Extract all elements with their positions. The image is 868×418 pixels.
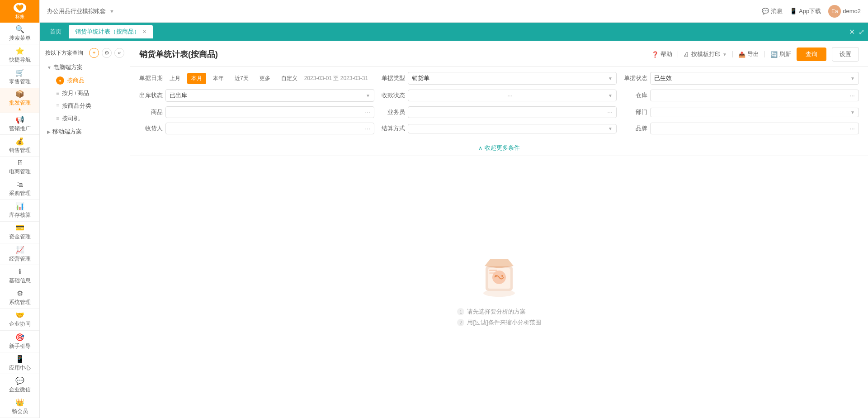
- export-button[interactable]: 📤 导出: [738, 50, 759, 58]
- sidebar-item-purchase[interactable]: 🛍 采购管理: [0, 178, 39, 200]
- query-button[interactable]: 查询: [797, 48, 826, 61]
- help-button[interactable]: ❓ 帮助: [651, 50, 672, 58]
- sidebar-item-search[interactable]: 🔍 搜索菜单: [0, 23, 39, 44]
- tab-maximize-icon[interactable]: ⤢: [859, 28, 864, 36]
- message-label: 消息: [771, 7, 783, 15]
- machine-icon: ≡: [56, 115, 59, 122]
- sidebar-item-member[interactable]: 👑 畅会员: [0, 396, 39, 418]
- sidebar-item-apps[interactable]: 📱 应用中心: [0, 352, 39, 374]
- collapse-icon: «: [118, 50, 121, 56]
- out-status-select[interactable]: 已出库 ▼: [165, 89, 374, 102]
- sidebar-item-inventory[interactable]: 📊 库存核算: [0, 200, 39, 222]
- product-dots: ···: [365, 109, 370, 116]
- tip-text-1: 请先选择要分析的方案: [467, 308, 526, 316]
- collapse-label: 收起更多条件: [485, 144, 520, 152]
- sidebar-item-label: 快捷导航: [9, 56, 31, 64]
- message-button[interactable]: 💬 消息: [762, 7, 783, 15]
- date-btn-custom[interactable]: 自定义: [277, 73, 302, 84]
- doc-type-select[interactable]: 销货单 ▼: [408, 72, 617, 85]
- wholesale-icon: 📦: [15, 90, 24, 98]
- date-btn-7days[interactable]: 近7天: [231, 73, 253, 84]
- collapse-panel-button[interactable]: «: [114, 48, 124, 58]
- product-select[interactable]: ···: [165, 106, 374, 118]
- settings-scheme-button[interactable]: ⚙: [102, 48, 112, 58]
- page-header: 销货单统计表(按商品) ❓ 帮助 🖨 按模板打印 ▼ 📤: [130, 41, 868, 66]
- filter-row-3: 商品 ··· 业务员 ··· 部门: [139, 106, 859, 118]
- date-btn-this-year[interactable]: 本年: [209, 73, 228, 84]
- tab-close-icon[interactable]: ✕: [142, 29, 146, 35]
- tree-child-by-month-product[interactable]: ≡ 按月+商品: [43, 87, 126, 100]
- tip-num-1: 1: [457, 308, 464, 315]
- date-btn-this-month[interactable]: 本月: [187, 73, 206, 84]
- sidebar-item-newbie[interactable]: 🎯 新手引导: [0, 331, 39, 352]
- basics-icon: ℹ: [19, 267, 21, 276]
- sidebar-item-marketing[interactable]: 📢 营销推广: [0, 113, 39, 135]
- doc-status-select[interactable]: 已生效 ▼: [650, 72, 859, 85]
- sidebar-item-quick-nav[interactable]: ⭐ 快捷导航: [0, 44, 39, 66]
- product-label: 商品: [139, 108, 163, 116]
- brand-dots: ···: [849, 125, 855, 132]
- filter-row-4: 收货人 ··· 结算方式 ▼ 品牌: [139, 123, 859, 134]
- sidebar-item-finance[interactable]: 💳 资金管理: [0, 222, 39, 243]
- payment-status-select[interactable]: ··· ▼: [408, 90, 617, 101]
- print-dropdown-icon[interactable]: ▼: [722, 52, 727, 57]
- tree-child-by-category[interactable]: ≡ 按商品分类: [43, 100, 126, 112]
- tree-child-label: 按商品分类: [62, 102, 91, 110]
- sidebar-item-wechat[interactable]: 💬 企业微信: [0, 374, 39, 396]
- collapse-bar[interactable]: ∧ 收起更多条件: [130, 140, 868, 156]
- user-profile-button[interactable]: Ea demo2: [828, 5, 861, 18]
- refresh-icon: 🔄: [770, 51, 778, 58]
- apps-icon: 📱: [15, 355, 24, 363]
- out-status-label: 出库状态: [139, 91, 163, 100]
- refresh-button[interactable]: 🔄 刷新: [770, 50, 791, 58]
- tree-section: ▼ 电脑端方案 ● 按商品 ≡ 按月+商品 ≡ 按商品分类 ≡ 按司机: [40, 61, 130, 138]
- tab-bar: 首页 销货单统计表（按商品） ✕ ✕ ⤢: [40, 23, 868, 41]
- page-actions: ❓ 帮助 🖨 按模板打印 ▼ 📤 导出: [651, 47, 859, 62]
- tab-bar-actions: ✕ ⤢: [849, 28, 864, 36]
- add-scheme-button[interactable]: +: [89, 48, 99, 58]
- avatar: Ea: [828, 5, 841, 18]
- date-btn-more[interactable]: 更多: [255, 73, 274, 84]
- department-label: 部门: [624, 108, 647, 116]
- brand-select[interactable]: ···: [650, 123, 859, 134]
- tab-report-label: 销货单统计表（按商品）: [75, 28, 140, 36]
- divider1: [678, 51, 678, 57]
- sidebar-item-label: 电商管理: [9, 168, 31, 176]
- sidebar-item-operations[interactable]: 📈 经营管理: [0, 243, 39, 265]
- system-icon: ⚙: [17, 289, 23, 298]
- settings-button[interactable]: 设置: [832, 47, 859, 62]
- sidebar-item-wholesale[interactable]: 📦 批发管理 ▲: [0, 88, 39, 113]
- doc-status-label: 单据状态: [624, 74, 647, 82]
- tab-report[interactable]: 销货单统计表（按商品） ✕: [69, 25, 153, 38]
- warehouse-select[interactable]: ···: [650, 90, 859, 101]
- sidebar-item-sales[interactable]: 💰 销售管理: [0, 135, 39, 157]
- sidebar-item-system[interactable]: ⚙ 系统管理: [0, 287, 39, 309]
- payment-method-select[interactable]: ▼: [408, 124, 617, 133]
- tree-child-by-machine[interactable]: ≡ 按司机: [43, 112, 126, 125]
- warehouse-dots: ···: [849, 92, 855, 99]
- workspace-dropdown-icon[interactable]: ▼: [109, 9, 114, 14]
- payment-status-dots: ···: [507, 92, 513, 99]
- salesperson-select[interactable]: ···: [408, 106, 617, 118]
- tree-mobile-parent[interactable]: ▶ 移动端方案: [43, 125, 126, 138]
- refresh-label: 刷新: [779, 50, 791, 58]
- department-select[interactable]: ▼: [650, 108, 859, 117]
- sidebar-item-basics[interactable]: ℹ 基础信息: [0, 265, 39, 287]
- tab-home[interactable]: 首页: [43, 25, 68, 38]
- content-area: 按以下方案查询 + ⚙ « ▼ 电脑端方案 ● 按商品: [40, 41, 868, 418]
- recipient-dots: ···: [365, 125, 370, 132]
- sidebar-item-ecommerce[interactable]: 🖥 电商管理: [0, 157, 39, 179]
- tree-child-by-product[interactable]: ● 按商品: [43, 74, 126, 87]
- doc-status-field: 单据状态 已生效 ▼: [624, 72, 859, 85]
- workspace-name: 办公用品行业模拟账套: [47, 7, 106, 15]
- app-download-button[interactable]: 📱 App下载: [790, 7, 821, 15]
- sidebar-item-retail[interactable]: 🛒 零售管理: [0, 66, 39, 88]
- sidebar-item-enterprise[interactable]: 🤝 企业协同: [0, 309, 39, 331]
- date-btn-last-month[interactable]: 上月: [165, 73, 184, 84]
- tab-close-window-icon[interactable]: ✕: [849, 28, 855, 36]
- tree-mobile-label: 移动端方案: [52, 128, 82, 136]
- print-button[interactable]: 🖨 按模板打印 ▼: [684, 50, 727, 58]
- tree-pc-parent[interactable]: ▼ 电脑端方案: [43, 61, 126, 74]
- quick-nav-icon: ⭐: [15, 47, 24, 55]
- recipient-select[interactable]: ···: [165, 123, 374, 134]
